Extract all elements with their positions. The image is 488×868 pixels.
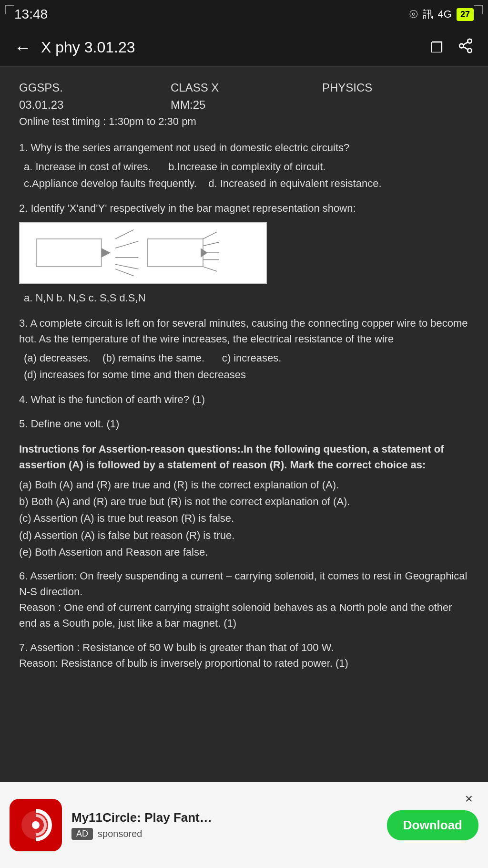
q7-reason: Reason: Resistance of bulb is inversely … <box>19 657 348 669</box>
q6-num: 6. <box>19 570 30 582</box>
status-time: 13:48 <box>14 7 48 22</box>
ad-info: My11Circle: Play Fant… AD sponsored <box>71 810 377 840</box>
doc-date: 03.01.23 <box>19 98 166 112</box>
question-7: 7. Assertion : Resistance of 50 W bulb i… <box>19 640 469 671</box>
doc-header-row2: 03.01.23 MM:25 <box>19 98 469 112</box>
question-3: 3. A complete circuit is left on for sev… <box>19 315 469 383</box>
ad-badge: AD <box>71 828 93 840</box>
instructions-options: (a) Both (A) and (R) are true and (R) is… <box>19 476 469 560</box>
nav-right: ❐ <box>430 38 474 57</box>
svg-rect-12 <box>148 239 203 267</box>
nav-bar: ← X phy 3.01.23 ❐ <box>0 29 488 67</box>
wifi-icon: 訊 <box>423 7 433 21</box>
q7-assertion: Assertion : Resistance of 50 W bulb is g… <box>30 641 334 653</box>
q6-text: 6. Assertion: On freely suspending a cur… <box>19 568 469 631</box>
nav-title: X phy 3.01.23 <box>41 39 135 56</box>
doc-timing: Online test timing : 1:30pm to 2:30 pm <box>19 115 469 128</box>
ad-badge-row: AD sponsored <box>71 828 377 840</box>
close-icon: × <box>465 791 473 806</box>
network-icon: 4G <box>438 8 452 21</box>
q3-optA: (a) decreases. <box>24 352 91 364</box>
doc-header: GGSPS. CLASS X PHYSICS <box>19 81 469 94</box>
svg-point-22 <box>32 821 40 829</box>
question-1: 1. Why is the series arrangement not use… <box>19 140 469 192</box>
ad-banner: × My11Circle: Play Fant… AD sponsored Do… <box>0 782 488 868</box>
question-2: 2. Identify 'X'and'Y' respectively in th… <box>19 200 469 306</box>
q3-optB: (b) remains the same. <box>102 352 204 364</box>
q3-options: (a) decreases. (b) remains the same. c) … <box>19 350 469 383</box>
inst-opt-d: (d) Assertion (A) is false but reason (R… <box>19 529 234 541</box>
ad-sponsored-label: sponsored <box>98 828 142 839</box>
q3-optD: (d) increases for some time and then dec… <box>24 369 246 381</box>
magnet-image <box>19 222 267 284</box>
share-icon[interactable] <box>458 38 474 57</box>
doc-empty <box>322 98 469 112</box>
q3-optC: c) increases. <box>222 352 282 364</box>
q5-body: Define one volt. (1) <box>30 418 119 430</box>
q2-body: Identify 'X'and'Y' respectively in the b… <box>30 202 356 214</box>
status-icons: ⦾ 訊 4G 27 <box>409 7 474 21</box>
q4-body: What is the function of earth wire? (1) <box>30 393 205 405</box>
edit-icon[interactable]: ❐ <box>430 39 443 56</box>
ad-logo <box>10 799 62 851</box>
q1-num: 1. <box>19 142 30 154</box>
instructions-heading: Instructions for Assertion-reason questi… <box>19 441 469 473</box>
q2-num: 2. <box>19 202 30 214</box>
nav-left: ← X phy 3.01.23 <box>14 38 135 58</box>
q1-optC: c.Appliance develop faults frequently. <box>24 177 197 189</box>
instructions-heading-text: Instructions for Assertion-reason questi… <box>19 443 241 455</box>
q1-body: Why is the series arrangement not used i… <box>30 142 349 154</box>
inst-opt-a: (a) Both (A) and (R) are true and (R) is… <box>19 479 339 491</box>
main-content: GGSPS. CLASS X PHYSICS 03.01.23 MM:25 On… <box>0 67 488 782</box>
q5-num: 5. <box>19 418 30 430</box>
q4-num: 4. <box>19 393 30 405</box>
ad-app-name: My11Circle: Play Fant… <box>71 810 377 825</box>
q1-optB: b.Increase in complexity of circuit. <box>168 161 325 173</box>
q2-opts: a. N,N b. N,S c. S,S d.S,N <box>24 292 146 304</box>
doc-maxmarks: MM:25 <box>171 98 317 112</box>
battery-badge: 27 <box>457 8 474 21</box>
svg-rect-6 <box>37 239 102 267</box>
q3-num: 3. <box>19 317 30 329</box>
q1-options: a. Increase in cost of wires. b.Increase… <box>19 158 469 192</box>
instructions-block: Instructions for Assertion-reason questi… <box>19 441 469 560</box>
inst-opt-e: (e) Both Assertion and Reason are false. <box>19 546 208 558</box>
question-6: 6. Assertion: On freely suspending a cur… <box>19 568 469 631</box>
svg-line-4 <box>463 42 468 45</box>
q1-optA: a. Increase in cost of wires. <box>24 161 151 173</box>
download-button[interactable]: Download <box>387 810 478 840</box>
school-name: GGSPS. <box>19 81 166 94</box>
q1-optD: d. Increased in equivalent resistance. <box>208 177 381 189</box>
q3-text: 3. A complete circuit is left on for sev… <box>19 315 469 347</box>
inst-opt-b: b) Both (A) and (R) are true but (R) is … <box>19 496 350 507</box>
q2-text: 2. Identify 'X'and'Y' respectively in th… <box>19 200 469 216</box>
subject-name: PHYSICS <box>322 81 469 94</box>
q6-reason: Reason : One end of current carrying str… <box>19 601 452 629</box>
q4-text: 4. What is the function of earth wire? (… <box>19 392 469 407</box>
q7-text: 7. Assertion : Resistance of 50 W bulb i… <box>19 640 469 671</box>
ad-close-button[interactable]: × <box>459 789 478 808</box>
svg-line-3 <box>463 47 468 50</box>
q5-text: 5. Define one volt. (1) <box>19 416 469 432</box>
back-button[interactable]: ← <box>14 38 31 58</box>
q7-num: 7. <box>19 641 30 653</box>
q1-text: 1. Why is the series arrangement not use… <box>19 140 469 155</box>
status-bar: 13:48 ⦾ 訊 4G 27 <box>0 0 488 29</box>
question-5: 5. Define one volt. (1) <box>19 416 469 432</box>
class-name: CLASS X <box>171 81 317 94</box>
q3-body: A complete circuit is left on for severa… <box>19 317 468 345</box>
q2-options: a. N,N b. N,S c. S,S d.S,N <box>19 289 469 306</box>
q6-assertion: Assertion: On freely suspending a curren… <box>19 570 467 598</box>
question-4: 4. What is the function of earth wire? (… <box>19 392 469 407</box>
signal-icon: ⦾ <box>409 8 418 21</box>
inst-opt-c: (c) Assertion (A) is true but reason (R)… <box>19 512 234 524</box>
